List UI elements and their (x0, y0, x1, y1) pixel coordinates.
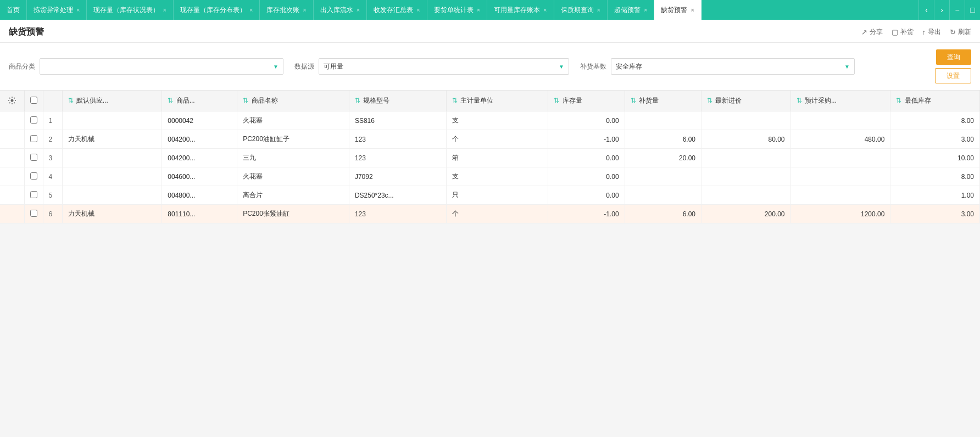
table-row[interactable]: 2 力天机械 004200... PC200油缸缸子 123 个 -1.00 6… (0, 130, 980, 149)
refresh-button[interactable]: ↻ 刷新 (950, 27, 971, 37)
th-checkbox[interactable] (24, 91, 43, 111)
sort-icon: ⇅ (68, 97, 74, 104)
th-min-stock[interactable]: ⇅ 最低库存 (890, 91, 980, 111)
row-latest-price (701, 149, 791, 167)
th-goods-code[interactable]: ⇅ 商品... (162, 91, 237, 111)
tab-prev-button[interactable]: ‹ (918, 0, 934, 20)
tab-inout-flow[interactable]: 出入库流水 × (314, 0, 367, 20)
datasource-label: 数据源 (294, 62, 314, 71)
table-row[interactable]: 6 力天机械 801110... PC200张紧油缸 123 个 -1.00 6… (0, 205, 980, 223)
th-latest-price[interactable]: ⇅ 最新进价 (701, 91, 791, 111)
row-spec: 123 (349, 130, 446, 149)
row-latest-price (701, 186, 791, 205)
row-unit: 个 (446, 205, 548, 223)
tab-home[interactable]: 首页 (0, 0, 27, 20)
tab-collect-summary-close[interactable]: × (416, 7, 420, 13)
export-button[interactable]: ↑ 导出 (922, 27, 942, 37)
th-unit[interactable]: ⇅ 主计量单位 (446, 91, 548, 111)
category-arrow-icon: ▼ (273, 64, 279, 70)
tab-expiry-query-label: 保质期查询 (561, 5, 594, 15)
row-checkbox[interactable] (30, 154, 37, 161)
tab-shortage[interactable]: 缺货预警 × (654, 0, 701, 20)
replenish-button[interactable]: ▢ 补货 (892, 27, 914, 37)
table-row[interactable]: 1 0000042 火花塞 SS816 支 0.00 8.00 (0, 111, 980, 130)
row-checkbox[interactable] (30, 135, 37, 142)
tab-next-button[interactable]: › (934, 0, 949, 20)
row-checkbox-cell[interactable] (24, 130, 43, 149)
row-replenish-qty: 6.00 (625, 205, 701, 223)
tab-available-ledger[interactable]: 可用量库存账本 × (487, 0, 554, 20)
tab-overstock-close[interactable]: × (644, 7, 647, 13)
row-supplier (62, 111, 162, 130)
replenish-base-select[interactable]: 安全库存 ▼ (611, 58, 855, 75)
config-settings-icon[interactable] (7, 95, 18, 106)
tab-abnormal-close[interactable]: × (76, 7, 80, 13)
tab-batch-account-label: 库存批次账 (266, 5, 299, 15)
row-checkbox[interactable] (30, 191, 37, 198)
row-stock: -1.00 (548, 205, 625, 223)
tab-shortage-close[interactable]: × (691, 7, 694, 13)
settings-button[interactable]: 设置 (935, 68, 971, 83)
th-est-purchase[interactable]: ⇅ 预计采购... (790, 91, 890, 111)
tab-overstock[interactable]: 超储预警 × (608, 0, 654, 20)
tab-inventory-status-close[interactable]: × (163, 7, 166, 13)
row-checkbox-cell[interactable] (24, 205, 43, 223)
row-checkbox[interactable] (30, 172, 37, 180)
th-config[interactable] (0, 91, 24, 111)
th-index (43, 91, 62, 111)
row-checkbox-cell[interactable] (24, 186, 43, 205)
tab-minimize-button[interactable]: − (949, 0, 965, 20)
row-checkbox[interactable] (30, 210, 37, 217)
tab-available-ledger-close[interactable]: × (543, 7, 547, 13)
row-index: 2 (43, 130, 62, 149)
table-row[interactable]: 3 004200... 三九 123 箱 0.00 20.00 10.00 (0, 149, 980, 167)
category-select[interactable]: ▼ (40, 58, 283, 75)
tab-order-stats-close[interactable]: × (477, 7, 480, 13)
th-replenish-qty[interactable]: ⇅ 补货量 (625, 91, 701, 111)
share-button[interactable]: ↗ 分享 (861, 27, 883, 37)
tab-batch-account[interactable]: 库存批次账 × (260, 0, 313, 20)
row-checkbox-cell[interactable] (24, 149, 43, 167)
row-stock: 0.00 (548, 149, 625, 167)
tab-order-stats[interactable]: 要货单统计表 × (427, 0, 487, 20)
row-checkbox-cell[interactable] (24, 167, 43, 186)
tab-inventory-dist-close[interactable]: × (249, 7, 253, 13)
replenish-base-filter-group: 补货基数 安全库存 ▼ (580, 58, 855, 75)
tab-expiry-query-close[interactable]: × (597, 7, 600, 13)
table-row[interactable]: 4 004600... 火花塞 J7092 支 0.00 8.00 (0, 167, 980, 186)
table-body: 1 0000042 火花塞 SS816 支 0.00 8.00 2 力天机械 0… (0, 111, 980, 223)
row-checkbox-cell[interactable] (24, 111, 43, 130)
row-min-stock: 1.00 (890, 186, 980, 205)
row-supplier (62, 186, 162, 205)
th-goods-name-label: 商品名称 (252, 97, 278, 104)
th-supplier[interactable]: ⇅ 默认供应... (62, 91, 162, 111)
datasource-select[interactable]: 可用量 ▼ (319, 58, 569, 75)
tab-maximize-button[interactable]: □ (965, 0, 980, 20)
th-spec[interactable]: ⇅ 规格型号 (349, 91, 446, 111)
table-row[interactable]: 5 004800... 离合片 DS250*23c... 只 0.00 1.00 (0, 186, 980, 205)
th-goods-name[interactable]: ⇅ 商品名称 (237, 91, 349, 111)
th-replenish-qty-label: 补货量 (639, 97, 659, 104)
row-unit: 只 (446, 186, 548, 205)
row-stock: 0.00 (548, 111, 625, 130)
replenish-icon: ▢ (892, 28, 898, 36)
tab-batch-account-close[interactable]: × (303, 7, 306, 13)
th-stock[interactable]: ⇅ 库存量 (548, 91, 625, 111)
tab-expiry-query[interactable]: 保质期查询 × (554, 0, 608, 20)
tab-inventory-dist[interactable]: 现存量（库存分布表） × (174, 0, 260, 20)
row-checkbox[interactable] (30, 116, 37, 124)
tab-abnormal[interactable]: 拣货异常处理 × (27, 0, 87, 20)
query-button[interactable]: 查询 (936, 49, 971, 65)
row-stock: 0.00 (548, 167, 625, 186)
row-supplier (62, 167, 162, 186)
share-label: 分享 (870, 27, 883, 37)
tab-collect-summary[interactable]: 收发存汇总表 × (367, 0, 427, 20)
row-goods-name: 火花塞 (237, 167, 349, 186)
tab-inventory-status-label: 现存量（库存状况表） (93, 5, 159, 15)
page-title: 缺货预警 (9, 26, 44, 38)
row-unit: 支 (446, 111, 548, 130)
tab-inventory-status[interactable]: 现存量（库存状况表） × (87, 0, 173, 20)
select-all-checkbox[interactable] (30, 97, 37, 104)
row-stock: 0.00 (548, 186, 625, 205)
tab-inout-flow-close[interactable]: × (357, 7, 360, 13)
